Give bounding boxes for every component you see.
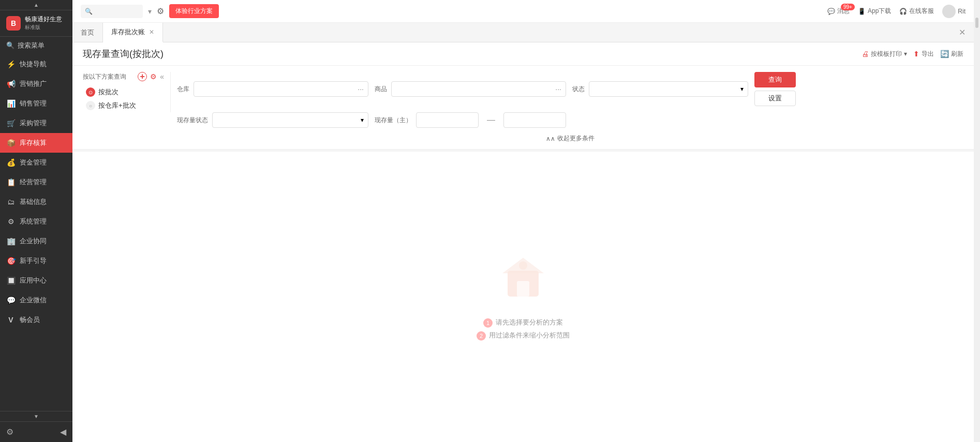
member-icon: V <box>6 315 16 325</box>
settings-scheme-icon[interactable]: ⚙ <box>150 72 157 81</box>
sidebar-item-weixin[interactable]: 💬 企业微信 <box>0 290 72 310</box>
footer-settings-icon[interactable]: ⚙ <box>6 427 13 437</box>
sidebar-item-xitong[interactable]: ⚙ 系统管理 <box>0 212 72 231</box>
sidebar-item-kucun[interactable]: 📦 库存核算 <box>0 133 72 153</box>
messages-btn[interactable]: 💬 消息 99+ <box>827 7 850 16</box>
sidebar-item-qiye[interactable]: 🏢 企业协同 <box>0 231 72 251</box>
print-btn[interactable]: 🖨 按模板打印 ▾ <box>862 50 907 58</box>
app-center-icon: 🔲 <box>6 276 16 285</box>
enterprise-icon: 🏢 <box>6 237 16 246</box>
sidebar-item-huiyuan[interactable]: V 畅会员 <box>0 310 72 330</box>
sidebar-item-label: 快捷导航 <box>20 60 47 69</box>
experience-btn[interactable]: 体验行业方案 <box>169 4 219 18</box>
sidebar-item-label: 经营管理 <box>20 178 47 187</box>
refresh-btn[interactable]: 🔄 刷新 <box>940 50 963 58</box>
refresh-icon: 🔄 <box>940 50 949 58</box>
scheme-pici[interactable]: ⊙ 按批次 <box>83 85 164 99</box>
settings-button[interactable]: 设置 <box>754 91 796 106</box>
inventory-status-input[interactable]: ▾ <box>212 112 368 128</box>
inventory-qty-from[interactable] <box>416 112 479 128</box>
topbar-search[interactable]: 🔍 <box>81 5 143 18</box>
management-icon: 📋 <box>6 178 16 187</box>
product-more-icon[interactable]: ··· <box>555 85 561 93</box>
empty-svg <box>497 250 549 302</box>
messages-badge: 99+ <box>841 4 855 10</box>
sidebar-item-jingying[interactable]: 📋 经营管理 <box>0 172 72 192</box>
warehouse-label: 仓库 <box>177 85 189 94</box>
product-input[interactable]: ··· <box>391 81 566 97</box>
purchase-icon: 🛒 <box>6 119 16 128</box>
inventory-icon: 📦 <box>6 138 16 148</box>
tabbar: 首页 库存批次账 ✕ ✕ <box>72 23 974 42</box>
topbar-dropdown-icon[interactable]: ▾ <box>148 7 152 16</box>
collapse-up-icon: ∧∧ <box>546 135 555 142</box>
sidebar-item-xinshou[interactable]: 🎯 新手引导 <box>0 251 72 271</box>
system-icon: ⚙ <box>6 217 16 226</box>
wechat-icon: 💬 <box>6 296 16 305</box>
topbar-gear-icon[interactable]: ⚙ <box>157 6 164 16</box>
page-header: 现存量查询(按批次) 🖨 按模板打印 ▾ ⬆ 导出 🔄 刷新 <box>72 42 974 66</box>
add-scheme-icon[interactable]: + <box>138 72 147 81</box>
sidebar-item-yingxiao[interactable]: 📢 营销推广 <box>0 74 72 94</box>
sidebar-search[interactable]: 🔍 搜索菜单 <box>0 37 72 54</box>
tab-close-icon[interactable]: ✕ <box>149 28 154 36</box>
refresh-label: 刷新 <box>951 50 963 58</box>
sidebar-item-label: 企业协同 <box>20 237 47 246</box>
query-button[interactable]: 查询 <box>754 72 796 87</box>
inventory-qty-label: 现存量（主） <box>375 116 412 125</box>
inventory-status-dropdown-icon[interactable]: ▾ <box>361 116 364 124</box>
tab-kucunpici[interactable]: 库存批次账 ✕ <box>103 23 163 42</box>
sidebar-scroll-down[interactable]: ▼ <box>0 411 72 421</box>
sidebar-item-label: 企业微信 <box>20 296 47 305</box>
inventory-qty-to[interactable] <box>503 112 566 128</box>
topbar-search-icon: 🔍 <box>85 8 93 15</box>
sidebar-item-zijin[interactable]: 💰 资金管理 <box>0 153 72 172</box>
app-subtitle: 标准版 <box>25 24 62 31</box>
tab-panel-close-icon[interactable]: ✕ <box>959 27 966 37</box>
filter-inventory-qty: 现存量（主） — <box>375 112 566 128</box>
message-icon: 💬 <box>827 8 835 15</box>
filter-fields: 仓库 ··· 商品 ··· <box>177 72 963 143</box>
basic-info-icon: 🗂 <box>6 197 16 207</box>
headset-icon: 🎧 <box>899 8 907 15</box>
status-dropdown-icon[interactable]: ▾ <box>740 85 744 93</box>
sidebar-item-xiaoshou[interactable]: 📊 销售管理 <box>0 94 72 113</box>
empty-state: 1 请先选择要分析的方案 2 用过滤条件来缩小分析范围 <box>72 152 974 442</box>
sidebar-item-yingyong[interactable]: 🔲 应用中心 <box>0 271 72 290</box>
collapse-scheme-icon[interactable]: « <box>160 72 164 81</box>
online-service-btn[interactable]: 🎧 在线客服 <box>899 7 934 16</box>
app-download-btn[interactable]: 📱 App下载 <box>858 7 891 16</box>
app-download-label: App下载 <box>868 7 891 16</box>
export-btn[interactable]: ⬆ 导出 <box>913 50 934 58</box>
content-area: 现存量查询(按批次) 🖨 按模板打印 ▾ ⬆ 导出 🔄 刷新 <box>72 42 974 442</box>
sidebar-item-jichu[interactable]: 🗂 基础信息 <box>0 192 72 212</box>
sidebar-item-kuaijie[interactable]: ⚡ 快捷导航 <box>0 54 72 74</box>
sidebar-scroll-up[interactable]: ▲ <box>0 0 72 10</box>
svg-point-3 <box>519 261 527 270</box>
footer-collapse-icon[interactable]: ◀ <box>60 427 66 437</box>
app-logo: B <box>6 16 21 31</box>
scheme-cangkupici-label: 按仓库+批次 <box>98 101 136 110</box>
warehouse-input[interactable]: ··· <box>194 81 368 97</box>
qty-separator: — <box>483 115 499 125</box>
scheme-pici-icon: ⊙ <box>86 87 95 97</box>
print-dropdown-icon[interactable]: ▾ <box>904 50 907 57</box>
avatar <box>942 5 956 18</box>
empty-hint-2: 2 用过滤条件来缩小分析范围 <box>477 331 570 341</box>
scrollbar-thumb[interactable] <box>975 18 978 28</box>
empty-hint-1-num: 1 <box>483 318 493 328</box>
collapse-conditions-btn[interactable]: ∧∧ 收起更多条件 <box>546 134 595 143</box>
sidebar-item-caigou[interactable]: 🛒 采购管理 <box>0 113 72 133</box>
sidebar: ▲ B 畅康通好生意 标准版 🔍 搜索菜单 ⚡ 快捷导航 📢 营销推广 📊 销售… <box>0 0 72 442</box>
warehouse-more-icon[interactable]: ··· <box>358 85 364 93</box>
status-input[interactable]: ▾ <box>589 81 748 97</box>
filter-action-row: ∧∧ 收起更多条件 <box>177 134 963 143</box>
user-profile[interactable]: Rit <box>942 5 966 18</box>
sales-icon: 📊 <box>6 99 16 108</box>
tab-home[interactable]: 首页 <box>72 23 103 42</box>
marketing-icon: 📢 <box>6 79 16 89</box>
filter-scheme-title: 按以下方案查询 + ⚙ « <box>83 72 164 81</box>
sidebar-item-label: 新手引导 <box>20 256 47 266</box>
print-label: 按模板打印 <box>871 50 902 58</box>
scheme-cangkupici[interactable]: ○ 按仓库+批次 <box>83 99 164 112</box>
